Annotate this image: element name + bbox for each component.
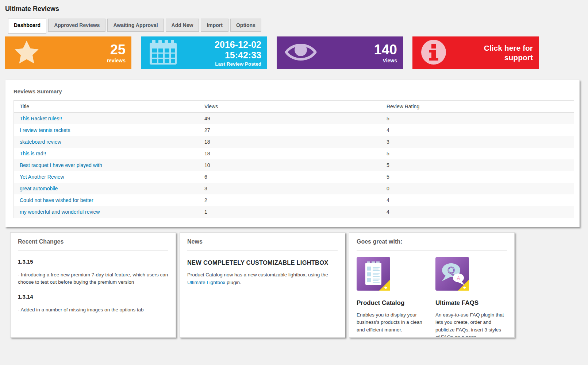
svg-text:★: ★ [384,286,388,290]
views-cell: 18 [199,136,381,148]
review-title-link[interactable]: skateboard review [20,139,61,145]
column-header-title: Title [14,101,199,113]
table-row: my wonderful and wonderful review14 [14,206,574,218]
last-review-date: 2016-12-02 [215,39,261,50]
review-title-link[interactable]: I review tennis rackets [20,127,70,133]
views-cell: 49 [199,113,381,125]
news-heading: News [187,238,338,251]
views-card: 140 Views [277,36,403,69]
calendar-icon [149,40,177,66]
plugin-name: Product Catalog [357,299,427,307]
views-cell: 10 [199,159,381,171]
rating-cell: 5 [381,171,574,183]
rating-cell: 4 [381,124,574,136]
plugin-description: An easy-to-use FAQ plugin that lets you … [435,311,506,338]
review-title-link[interactable]: my wonderful and wonderful review [20,209,100,215]
views-cell: 1 [199,206,381,218]
review-title-link[interactable]: great automobile [20,186,58,191]
tab-options[interactable]: Options [230,19,261,32]
news-headline: NEW COMPLETELY CUSTOMIZABLE LIGHTBOX [187,259,338,266]
views-cell: 18 [199,148,381,159]
reviews-count-label: reviews [107,58,126,63]
page-title: Ultimate Reviews [0,0,588,13]
version-note: - Added in a number of missing images on… [18,306,168,314]
reviews-count-value: 25 [107,43,126,57]
info-icon [420,39,447,67]
last-review-label: Last Review Posted [215,62,261,67]
support-card[interactable]: Click here for support [412,36,539,69]
reviews-summary-panel: Reviews Summary Title Views Review Ratin… [5,80,580,227]
views-cell: 2 [199,194,381,206]
version-heading: 1.3.14 [18,294,168,300]
tab-approved-reviews[interactable]: Approved Reviews [48,19,105,32]
review-title-link[interactable]: Could not have wished for better [20,197,93,203]
goes-great-with-box: Goes great with: [349,232,515,338]
table-header-row: Title Views Review Rating [14,101,574,113]
tab-bar: Dashboard Approved Reviews Awaiting Appr… [0,19,588,33]
ultimate-faqs-icon[interactable]: Q A ★ [435,257,506,292]
reviews-summary-table: Title Views Review Rating This Racket ru… [14,100,574,218]
review-title-link[interactable]: Best racquet I have ever played with [20,162,102,168]
recent-changes-box: Recent Changes 1.3.15 - Introducing a fr… [10,232,176,338]
eye-icon [285,42,317,64]
plugin-list: ★ Product Catalog Enables you to display… [357,257,507,338]
plugin-card-product-catalog: ★ Product Catalog Enables you to display… [357,257,427,338]
column-header-review-rating: Review Rating [381,101,574,113]
stat-cards-row: 25 reviews [5,36,583,69]
news-body-text: Product Catalog now has a new customizab… [187,272,328,277]
rating-cell: 4 [381,206,574,218]
product-catalog-icon[interactable]: ★ [357,257,427,292]
table-row: Could not have wished for better24 [14,194,574,206]
views-cell: 27 [199,124,381,136]
news-body-text: plugin. [225,280,241,285]
table-row: Best racquet I have ever played with105 [14,159,574,171]
svg-text:★: ★ [463,286,466,290]
ultimate-reviews-page: Ultimate Reviews Dashboard Approved Revi… [0,0,588,338]
table-row: This Racket rules!!495 [14,113,574,125]
goes-great-with-heading: Goes great with: [357,238,507,251]
plugin-card-ultimate-faqs: Q A ★ Ultimate FAQS An easy-to-use FAQ p… [435,257,506,338]
rating-cell: 4 [381,194,574,206]
star-icon [13,39,40,66]
table-row: great automobile30 [14,183,574,194]
reviews-summary-heading: Reviews Summary [14,88,574,94]
tab-add-new[interactable]: Add New [166,19,199,32]
plugin-name: Ultimate FAQS [435,299,506,307]
review-title-link[interactable]: This Racket rules!! [20,116,62,121]
views-cell: 6 [199,171,381,183]
table-row: Yet Another Review65 [14,171,574,183]
news-body: Product Catalog now has a new customizab… [187,271,338,287]
last-review-time: 15:42:33 [215,50,261,61]
version-note: - Introducing a free new premium 7-day t… [18,271,168,286]
recent-changes-heading: Recent Changes [18,238,168,251]
support-label: Click here for support [469,43,533,63]
views-label: Views [374,58,397,63]
plugin-description: Enables you to display your business's p… [357,311,427,334]
svg-text:Q: Q [447,265,455,276]
table-row: skateboard review183 [14,136,574,148]
column-header-views: Views [199,101,381,113]
news-box: News NEW COMPLETELY CUSTOMIZABLE LIGHTBO… [180,232,345,338]
ultimate-lightbox-link[interactable]: Ultimate Lightbox [187,280,225,285]
tab-import[interactable]: Import [201,19,228,32]
review-title-link[interactable]: This is rad!! [20,151,46,156]
rating-cell: 3 [381,136,574,148]
rating-cell: 5 [381,159,574,171]
rating-cell: 5 [381,113,574,125]
tab-dashboard[interactable]: Dashboard [8,19,46,34]
last-review-card: 2016-12-02 15:42:33 Last Review Posted [141,36,267,69]
rating-cell: 0 [381,183,574,194]
bottom-boxes-row: Recent Changes 1.3.15 - Introducing a fr… [10,232,588,338]
reviews-count-card: 25 reviews [5,36,131,69]
version-heading: 1.3.15 [18,259,168,265]
table-row: This is rad!!185 [14,148,574,159]
review-title-link[interactable]: Yet Another Review [20,174,64,180]
views-cell: 3 [199,183,381,194]
table-row: I review tennis rackets274 [14,124,574,136]
svg-text:A: A [457,275,460,281]
views-value: 140 [374,43,397,57]
rating-cell: 5 [381,148,574,159]
tab-awaiting-approval[interactable]: Awaiting Approval [107,19,164,32]
